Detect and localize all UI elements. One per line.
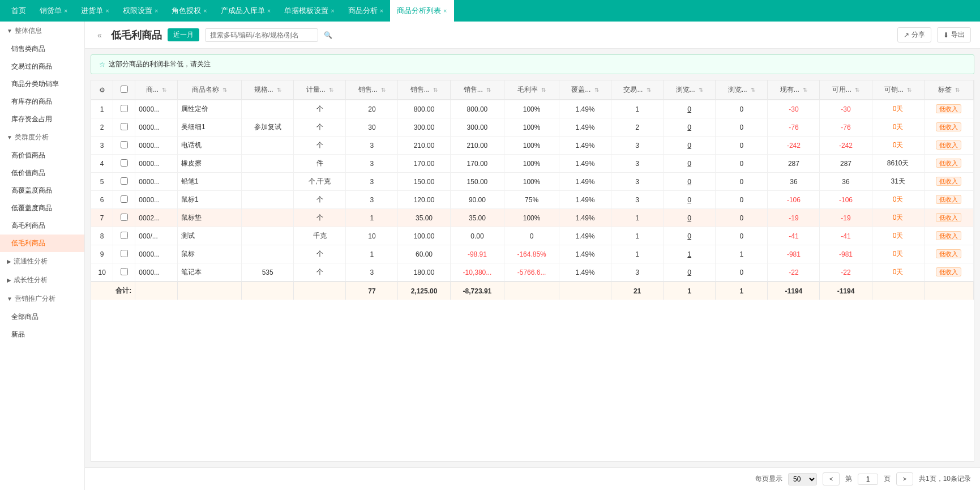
browse-link[interactable]: 0: [687, 142, 691, 150]
row-select-checkbox[interactable]: [121, 105, 128, 112]
row-checkbox[interactable]: [113, 191, 135, 209]
row-select-checkbox[interactable]: [121, 232, 128, 239]
col-saleable-days[interactable]: 可销... ⇅: [872, 80, 924, 100]
col-unit[interactable]: 计量... ⇅: [294, 80, 346, 100]
row-select-checkbox[interactable]: [121, 141, 128, 148]
close-icon[interactable]: ×: [64, 7, 67, 14]
row-checkbox[interactable]: [113, 209, 135, 227]
row-select-checkbox[interactable]: [121, 250, 128, 257]
sidebar-item-high-coverage[interactable]: 高覆盖度商品: [0, 182, 84, 199]
close-icon[interactable]: ×: [443, 7, 447, 14]
row-checkbox[interactable]: [113, 137, 135, 155]
close-icon[interactable]: ×: [380, 7, 383, 14]
row-browse1[interactable]: 0: [664, 263, 716, 282]
row-select-checkbox[interactable]: [121, 195, 128, 203]
browse-link[interactable]: 1: [687, 250, 691, 258]
sidebar-group-growth[interactable]: ▶ 成长性分析: [0, 271, 84, 289]
sidebar-item-high-margin[interactable]: 高毛利商品: [0, 217, 84, 235]
row-name[interactable]: 橡皮擦: [178, 155, 242, 173]
col-spec[interactable]: 规格... ⇅: [242, 80, 294, 100]
nav-product-analysis-list[interactable]: 商品分析列表 ×: [390, 0, 453, 22]
row-browse1[interactable]: 0: [664, 227, 716, 245]
col-sales-qty[interactable]: 销售... ⇅: [346, 80, 398, 100]
col-settings[interactable]: ⚙: [91, 80, 113, 100]
row-checkbox[interactable]: [113, 100, 135, 118]
prev-page-button[interactable]: ＜: [823, 472, 840, 485]
browse-link[interactable]: 0: [687, 232, 691, 240]
browse-link[interactable]: 0: [687, 178, 691, 186]
row-checkbox[interactable]: [113, 263, 135, 282]
row-name[interactable]: 笔记本: [178, 263, 242, 282]
row-name[interactable]: 测试: [178, 227, 242, 245]
browse-link[interactable]: 0: [687, 269, 691, 276]
browse-link[interactable]: 0: [687, 123, 691, 131]
row-checkbox[interactable]: [113, 245, 135, 263]
sidebar-item-stocked-goods[interactable]: 有库存的商品: [0, 93, 84, 110]
close-icon[interactable]: ×: [155, 7, 158, 14]
col-current-stock[interactable]: 现有... ⇅: [768, 80, 820, 100]
close-icon[interactable]: ×: [105, 7, 109, 14]
browse-link[interactable]: 0: [687, 160, 691, 168]
share-button[interactable]: ↗ 分享: [897, 27, 931, 42]
sidebar-item-all-goods[interactable]: 全部商品: [0, 308, 84, 326]
row-checkbox[interactable]: [113, 118, 135, 137]
row-name[interactable]: 电话机: [178, 137, 242, 155]
row-name[interactable]: 鼠标: [178, 245, 242, 263]
close-icon[interactable]: ×: [203, 7, 207, 14]
nav-finished-goods[interactable]: 产成品入库单 ×: [214, 0, 277, 22]
sidebar-item-new-goods[interactable]: 新品: [0, 326, 84, 343]
row-name[interactable]: 鼠标1: [178, 191, 242, 209]
col-checkbox[interactable]: [113, 80, 135, 100]
col-available-stock[interactable]: 可用... ⇅: [820, 80, 872, 100]
sidebar-group-marketing[interactable]: ▼ 营销推广分析: [0, 289, 84, 308]
col-trade[interactable]: 交易... ⇅: [611, 80, 664, 100]
sidebar-item-capital-usage[interactable]: 库存资金占用: [0, 110, 84, 128]
col-coverage[interactable]: 覆盖... ⇅: [559, 80, 611, 100]
page-number-input[interactable]: [858, 474, 878, 485]
sidebar-group-overall[interactable]: ▼ 整体信息: [0, 22, 84, 40]
row-browse1[interactable]: 0: [664, 209, 716, 227]
nav-template-settings[interactable]: 单据模板设置 ×: [277, 0, 341, 22]
col-sales-amount[interactable]: 销售... ⇅: [398, 80, 450, 100]
col-gross-margin[interactable]: 毛利率 ⇅: [504, 80, 559, 100]
sidebar-item-high-value[interactable]: 高价值商品: [0, 147, 84, 164]
nav-product-analysis[interactable]: 商品分析 ×: [341, 0, 390, 22]
row-checkbox[interactable]: [113, 227, 135, 245]
col-sales-profit[interactable]: 销售... ⇅: [450, 80, 504, 100]
sidebar-item-traded-goods[interactable]: 交易过的商品: [0, 58, 84, 75]
col-name[interactable]: 商品名称 ⇅: [178, 80, 242, 100]
row-checkbox[interactable]: [113, 155, 135, 173]
sidebar-group-cluster[interactable]: ▼ 类群度分析: [0, 128, 84, 147]
col-tag[interactable]: 标签 ⇅: [924, 80, 973, 100]
row-select-checkbox[interactable]: [121, 123, 128, 130]
sidebar-item-sales-goods[interactable]: 销售类商品: [0, 40, 84, 58]
nav-role-auth[interactable]: 角色授权 ×: [165, 0, 213, 22]
next-page-button[interactable]: ＞: [896, 472, 913, 485]
browse-link[interactable]: 0: [687, 105, 691, 113]
row-name[interactable]: 鼠标垫: [178, 209, 242, 227]
filter-month-button[interactable]: 近一月: [168, 28, 199, 41]
nav-purchase-order[interactable]: 进货单 ×: [74, 0, 115, 22]
col-browse2[interactable]: 浏览... ⇅: [716, 80, 768, 100]
sidebar-item-low-value[interactable]: 低价值商品: [0, 164, 84, 182]
nav-sales-order[interactable]: 销货单 ×: [33, 0, 74, 22]
row-browse1[interactable]: 0: [664, 155, 716, 173]
row-browse1[interactable]: 0: [664, 118, 716, 137]
row-browse1[interactable]: 0: [664, 191, 716, 209]
row-name[interactable]: 吴细细1: [178, 118, 242, 137]
row-select-checkbox[interactable]: [121, 159, 128, 167]
browse-link[interactable]: 0: [687, 214, 691, 222]
col-browse1[interactable]: 浏览... ⇅: [664, 80, 716, 100]
search-input[interactable]: [205, 28, 318, 42]
row-select-checkbox[interactable]: [121, 268, 128, 275]
close-icon[interactable]: ×: [331, 7, 334, 14]
row-select-checkbox[interactable]: [121, 214, 128, 221]
col-code[interactable]: 商... ⇅: [135, 80, 178, 100]
row-browse1[interactable]: 0: [664, 100, 716, 118]
sidebar-item-low-margin[interactable]: 低毛利商品: [0, 235, 84, 252]
row-name[interactable]: 属性定价: [178, 100, 242, 118]
browse-link[interactable]: 0: [687, 196, 691, 204]
page-size-select[interactable]: 50 20 100: [788, 473, 817, 485]
row-checkbox[interactable]: [113, 173, 135, 191]
row-browse1[interactable]: 0: [664, 137, 716, 155]
